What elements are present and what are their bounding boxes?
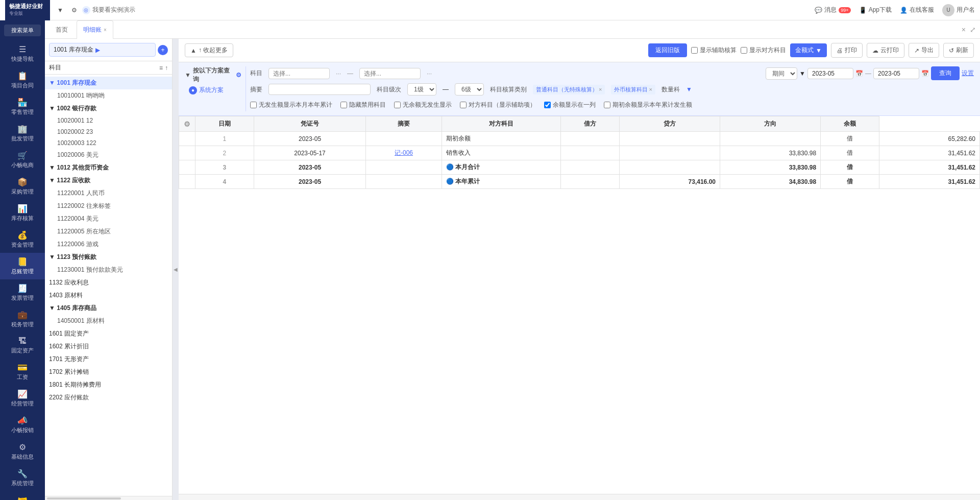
demo-button[interactable]: ◎ 我要看实例演示	[82, 6, 135, 14]
sidebar-item-system[interactable]: 🔧 系统管理	[0, 465, 45, 491]
app-download-btn[interactable]: 📱 App下载	[859, 6, 892, 14]
tree-item[interactable]: ▼ 1122 应收款	[45, 174, 172, 187]
period-from-input[interactable]	[807, 68, 853, 79]
bottom-scrollbar[interactable]	[179, 494, 980, 500]
tree-item[interactable]: ▼ 1405 库存商品	[45, 302, 172, 315]
account-nav-arrow[interactable]: ▶	[95, 46, 100, 54]
check-no-balance2[interactable]: 无余额无发生显示	[394, 101, 452, 109]
tree-item[interactable]: 11220001 人民币	[45, 187, 172, 200]
level-to-select[interactable]: 6级1级2级	[455, 83, 484, 96]
sidebar-item-cooperation[interactable]: 🤝 企业协同	[0, 491, 45, 500]
tree-item[interactable]: ▼ 1001 库存现金	[45, 77, 172, 89]
period-to-input[interactable]	[873, 68, 919, 79]
nav-settings[interactable]: ⚙	[68, 0, 80, 20]
show-opposite-checkbox[interactable]: 显示对方科目	[741, 46, 786, 55]
system-scheme[interactable]: ● 系统方案	[185, 84, 241, 97]
subject-filter-input[interactable]	[268, 68, 330, 79]
sidebar-item-assets[interactable]: 🏗 固定资产	[0, 332, 45, 359]
expand-tree-btn[interactable]: +	[158, 45, 168, 55]
tree-item[interactable]: 1601 固定资产	[45, 327, 172, 340]
level-from-select[interactable]: 1级2级3级	[407, 83, 436, 96]
sidebar-item-projectcontract[interactable]: 📋 项目合同	[0, 67, 45, 93]
tree-item[interactable]: 1801 长期待摊费用	[45, 378, 172, 391]
sidebar-item-quicknav[interactable]: ☰ 快捷导航	[0, 40, 45, 67]
cell-voucher[interactable]	[366, 132, 442, 146]
tree-item[interactable]: 1602 累计折旧	[45, 340, 172, 353]
message-btn[interactable]: 💬 消息 99+	[815, 6, 850, 14]
check-no-balance-input[interactable]	[250, 102, 257, 108]
panel-collapse-btn[interactable]: ◀	[173, 39, 179, 500]
sidebar-item-purchase[interactable]: 📦 采购管理	[0, 173, 45, 200]
quantity-dropdown-icon[interactable]: ▼	[686, 86, 692, 93]
tree-item[interactable]: 10020001 12	[45, 115, 172, 126]
scheme-settings-icon[interactable]: ⚙	[236, 72, 241, 79]
sidebar-item-operations[interactable]: 📈 经营管理	[0, 385, 45, 412]
tab-home[interactable]: 首页	[49, 20, 75, 39]
check-balance-col-input[interactable]	[544, 102, 551, 108]
sidebar-item-wholesale[interactable]: 🏢 批发管理	[0, 120, 45, 147]
settings-link[interactable]: 设置	[962, 69, 974, 78]
cell-voucher[interactable]	[366, 160, 442, 175]
tree-item[interactable]: 10020006 美元	[45, 149, 172, 161]
tabs-close-icon[interactable]: ×	[962, 26, 966, 34]
tree-item[interactable]: ▼ 1002 银行存款	[45, 102, 172, 115]
tree-item[interactable]: 11220004 美元	[45, 212, 172, 225]
sidebar-item-invoice[interactable]: 🧾 发票管理	[0, 279, 45, 306]
tree-item[interactable]: 11220002 往来标签	[45, 200, 172, 212]
tree-item[interactable]: 1132 应收利息	[45, 276, 172, 289]
check-no-balance[interactable]: 无发生额显示本月本年累计	[250, 101, 332, 109]
tab-detail[interactable]: 明细账 ×	[77, 20, 113, 39]
tree-item[interactable]: 11220005 所在地区	[45, 225, 172, 238]
sidebar-item-sales[interactable]: 📣 小畅报销	[0, 412, 45, 438]
check-hide-disabled[interactable]: 隐藏禁用科目	[340, 101, 386, 109]
tree-item[interactable]: 11230001 预付款款美元	[45, 264, 172, 276]
sidebar-item-payroll[interactable]: 💳 工资	[0, 359, 45, 385]
tree-item[interactable]: 14050001 原材料	[45, 315, 172, 327]
check-no-balance2-input[interactable]	[394, 102, 401, 108]
toolbar-list-icon[interactable]: ≡	[159, 64, 163, 72]
gold-format-btn[interactable]: 金额式 ▼	[790, 43, 827, 57]
period-select[interactable]: 期间	[766, 67, 797, 80]
tag-close-2[interactable]: ×	[649, 86, 652, 92]
check-balance-col[interactable]: 余额显示在一列	[544, 101, 596, 109]
sidebar-item-ecommerce[interactable]: 🛒 小畅电商	[0, 147, 45, 173]
horizontal-scrollbar[interactable]	[45, 496, 172, 500]
current-account[interactable]: 1001 库存现金 ▶	[49, 43, 156, 57]
show-opposite-input[interactable]	[741, 47, 747, 54]
calendar-from-icon[interactable]: 📅	[855, 70, 863, 77]
calendar-to-icon[interactable]: 📅	[921, 70, 929, 77]
sidebar-item-inventory[interactable]: 📊 库存核算	[0, 200, 45, 226]
check-opposite-subject[interactable]: 对方科目（显示辅助项）	[460, 101, 536, 109]
tree-item[interactable]: 11220006 游戏	[45, 238, 172, 251]
check-period-balance-input[interactable]	[604, 102, 610, 108]
tree-item[interactable]: 10010001 哟哟哟	[45, 89, 172, 102]
sidebar-item-retail[interactable]: 🏪 零售管理	[0, 93, 45, 120]
tab-close-icon[interactable]: ×	[104, 27, 107, 33]
tabs-expand-icon[interactable]: ⤢	[970, 26, 976, 34]
tree-item[interactable]: ▼ 1123 预付账款	[45, 251, 172, 264]
export-btn[interactable]: ↗ 导出	[909, 43, 939, 58]
return-old-btn[interactable]: 返回旧版	[648, 43, 687, 57]
tree-item[interactable]: ▼ 1012 其他货币资金	[45, 161, 172, 174]
summary-filter-input[interactable]	[268, 84, 371, 95]
collapse-more-btn[interactable]: ▲ ↑ 收起更多	[185, 43, 233, 57]
cell-voucher[interactable]	[366, 175, 442, 189]
show-check-input[interactable]	[691, 47, 698, 54]
sidebar-item-basic[interactable]: ⚙ 基础信息	[0, 438, 45, 465]
nav-dropdown[interactable]: ▼	[54, 0, 66, 20]
cell-voucher[interactable]: 记-006	[366, 146, 442, 160]
tree-item[interactable]: 1702 累计摊销	[45, 366, 172, 378]
cloud-print-btn[interactable]: ☁ 云打印	[867, 43, 904, 58]
check-hide-disabled-input[interactable]	[340, 102, 347, 108]
refresh-btn[interactable]: ↺ 刷新	[943, 43, 974, 58]
tag-close-1[interactable]: ×	[599, 86, 602, 92]
print-btn[interactable]: 🖨 打印	[831, 43, 863, 58]
toolbar-sort-icon[interactable]: ↑	[165, 64, 168, 72]
search-menu-btn[interactable]: 搜索菜单	[4, 25, 41, 36]
show-check-checkbox[interactable]: 显示辅助核算	[691, 46, 737, 55]
sidebar-item-ledger[interactable]: 📒 总账管理	[0, 253, 45, 279]
online-service-btn[interactable]: 👤 在线客服	[900, 6, 934, 14]
sidebar-item-capital[interactable]: 💰 资金管理	[0, 226, 45, 253]
user-info[interactable]: U 用户名	[942, 4, 975, 16]
check-opposite-input[interactable]	[460, 102, 467, 108]
